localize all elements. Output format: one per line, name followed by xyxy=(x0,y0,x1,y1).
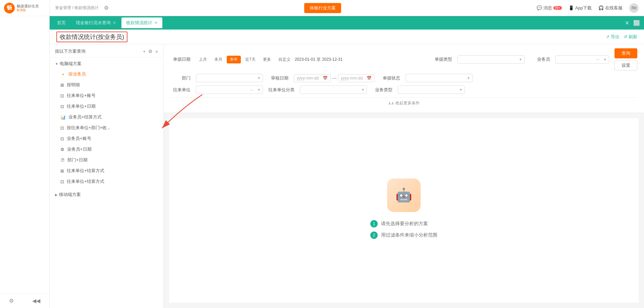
collapse-sidebar-btn[interactable]: ◀◀ xyxy=(30,296,43,305)
counterpart-class-control[interactable]: ▼ xyxy=(300,86,367,94)
service-icon: 🎧 xyxy=(598,5,604,10)
doc-type-label: 单据类型 xyxy=(432,56,452,62)
tab-collection[interactable]: 收款情况统计 ✕ xyxy=(121,17,162,28)
date-tab-7days[interactable]: 近7天 xyxy=(242,56,259,63)
scheme-item-salesperson[interactable]: 🔸 按业务员 xyxy=(50,69,163,80)
salesperson-select[interactable]: ··· ▼ xyxy=(555,55,609,64)
review-date-end[interactable]: yyyy-mm-dd 📅 xyxy=(338,74,375,82)
doc-type-control[interactable]: ▼ xyxy=(458,55,525,64)
refresh-btn[interactable]: ↺ 刷新 xyxy=(624,34,637,40)
sidebar: 畅 畅捷通好生意 标准版 ⚙ ◀◀ xyxy=(0,0,50,308)
scheme-item-salesperson-settle[interactable]: 📊 业务员+结算方式 xyxy=(50,112,163,122)
app-icon: 📱 xyxy=(569,5,574,10)
salesperson-settle-icon: 📊 xyxy=(60,115,66,120)
page-actions: ↗ 导出 ↺ 刷新 xyxy=(606,34,637,40)
trial-btn[interactable]: 体验行业方案 xyxy=(304,3,341,13)
topbar-gear-icon[interactable]: ⚙ xyxy=(104,5,109,11)
maximize-btn[interactable]: ⬜ xyxy=(632,18,641,28)
doc-status-select[interactable]: ▼ xyxy=(406,74,473,82)
mobile-group-arrow: ▶ xyxy=(55,193,58,197)
mobile-group-header[interactable]: ▶ 移动端方案 xyxy=(50,190,163,200)
date-range: 2023-01-01 至 2023-12-31 xyxy=(295,57,343,62)
scheme-item-unit-dept[interactable]: ⊡ 按往来单位+部门+收... xyxy=(50,122,163,133)
counterpart-select[interactable]: ··· ▼ xyxy=(196,86,263,94)
counterpart-class-arrow: ▼ xyxy=(361,88,365,92)
biz-type-label: 业务类型 xyxy=(372,87,392,93)
dept-select[interactable]: ▼ xyxy=(196,74,263,82)
tab-home[interactable]: 首页 xyxy=(52,17,70,28)
settings-btn[interactable]: 设置 xyxy=(614,60,637,70)
date-tab-more[interactable]: 更多 xyxy=(260,56,274,63)
tab-cashflow[interactable]: 现金银行流水查询 ✕ xyxy=(71,17,121,28)
counterpart-class-select[interactable]: ▼ xyxy=(300,86,367,94)
tab-home-label: 首页 xyxy=(57,20,66,26)
query-btn[interactable]: 查询 xyxy=(614,48,637,58)
content-wrapper: 按以下方案查询 + ⚙ « ▼ 电脑端方案 🔸 按业务员 ⊞ 按 xyxy=(50,44,644,308)
salesperson-control[interactable]: ··· ▼ xyxy=(555,55,609,64)
main-area: 资金管理 / 收款情况统计 ⚙ 体验行业方案 💬 消息 99+ 📱 App下载 … xyxy=(50,0,644,308)
scheme-item-salesperson-date[interactable]: ⚙ 业务员+日期 xyxy=(50,144,163,155)
online-service-btn[interactable]: 🎧 在线客服 xyxy=(598,5,623,11)
doc-status-label: 单据状态 xyxy=(380,75,400,81)
topbar: 资金管理 / 收款情况统计 ⚙ 体验行业方案 💬 消息 99+ 📱 App下载 … xyxy=(50,0,644,16)
topbar-right: 💬 消息 99+ 📱 App下载 🎧 在线客服 Rit xyxy=(537,3,639,13)
counterpart-control[interactable]: ··· ▼ xyxy=(196,86,263,94)
biz-type-select[interactable]: ▼ xyxy=(398,86,465,94)
active-scheme-icon: 🔸 xyxy=(60,72,66,77)
date-tab-thismonth[interactable]: 本月 xyxy=(211,56,225,63)
review-date-start[interactable]: yyyy-mm-dd 📅 xyxy=(294,74,331,82)
settings-footer-btn[interactable]: ⚙ xyxy=(6,296,16,305)
sp-account-icon: ⊡ xyxy=(60,136,64,141)
filter-row-1: 单据日期 上月 本月 本年 近7天 更多 自定义 2023-01-01 至 xyxy=(170,48,637,70)
doc-type-arrow: ▼ xyxy=(519,58,522,61)
scheme-item-unit-date[interactable]: ⊡ 往来单位+日期 xyxy=(50,101,163,112)
date-tabs: 上月 本月 本年 近7天 更多 自定义 2023-01-01 至 2023-12… xyxy=(196,56,342,63)
left-panel-header: 按以下方案查询 + ⚙ « xyxy=(50,44,163,57)
doc-status-control[interactable]: ▼ xyxy=(406,74,473,82)
scheme-item-dept-date[interactable]: ⏱ 部门+日期 xyxy=(50,155,163,165)
calendar-icon-1: 📅 xyxy=(323,76,328,81)
close-window-btn[interactable]: ✕ xyxy=(624,18,631,28)
unit-account-icon: ⊡ xyxy=(60,93,64,98)
scheme-item-unit-account[interactable]: ⊡ 往来单位+账号 xyxy=(50,90,163,101)
scheme-item-salesperson-account[interactable]: ⊡ 业务员+账号 xyxy=(50,133,163,144)
detail-icon: ⊞ xyxy=(60,83,64,88)
scheme-settings-btn[interactable]: ⚙ xyxy=(148,49,153,54)
sidebar-footer: ⚙ ◀◀ xyxy=(0,293,49,308)
message-btn[interactable]: 💬 消息 99+ xyxy=(537,5,562,11)
scheme-item-unit-settle1[interactable]: ⊞ 往来单位+结算方式 xyxy=(50,165,163,176)
review-date-group: yyyy-mm-dd 📅 — yyyy-mm-dd 📅 xyxy=(294,74,375,82)
biz-type-control[interactable]: ▼ xyxy=(398,86,465,94)
desktop-group-header[interactable]: ▼ 电脑端方案 xyxy=(50,59,163,69)
collapse-filter-btn[interactable]: ∧∧ 收起更多条件 xyxy=(170,97,637,109)
empty-step-2: 2 用过滤条件来缩小分析范围 xyxy=(370,232,437,239)
dept-date-icon: ⏱ xyxy=(60,158,65,163)
user-avatar[interactable]: Rit xyxy=(629,3,639,13)
export-btn[interactable]: ↗ 导出 xyxy=(606,34,620,40)
dept-control[interactable]: ▼ xyxy=(196,74,263,82)
tab-cashflow-close[interactable]: ✕ xyxy=(113,20,116,25)
date-tab-custom[interactable]: 自定义 xyxy=(275,56,293,63)
add-scheme-btn[interactable]: + xyxy=(143,49,146,54)
left-panel: 按以下方案查询 + ⚙ « ▼ 电脑端方案 🔸 按业务员 ⊞ 按 xyxy=(50,44,164,308)
date-label: 单据日期 xyxy=(170,56,191,62)
mobile-scheme-group: ▶ 移动端方案 xyxy=(50,188,163,201)
scheme-item-detail[interactable]: ⊞ 按明细 xyxy=(50,80,163,90)
scheme-item-unit-settle2[interactable]: ⊡ 往来单位+结算方式 xyxy=(50,176,163,187)
date-control: 上月 本月 本年 近7天 更多 自定义 2023-01-01 至 2023-12… xyxy=(196,56,427,63)
right-panel: 单据日期 上月 本月 本年 近7天 更多 自定义 2023-01-01 至 xyxy=(164,44,644,308)
collapse-panel-btn[interactable]: « xyxy=(155,49,158,54)
tabbar: 首页 现金银行流水查询 ✕ 收款情况统计 ✕ ✕ ⬜ xyxy=(50,16,644,30)
app-download-btn[interactable]: 📱 App下载 xyxy=(569,5,592,11)
date-tab-lastmonth[interactable]: 上月 xyxy=(196,56,210,63)
date-tab-thisyear[interactable]: 本年 xyxy=(227,56,241,63)
doc-type-select[interactable]: ▼ xyxy=(458,55,525,64)
salesperson-label: 业务员 xyxy=(530,56,550,62)
page-title: 收款情况统计(按业务员) xyxy=(56,32,127,42)
sp-date-icon: ⚙ xyxy=(60,147,64,152)
left-panel-title: 按以下方案查询 xyxy=(55,48,86,54)
filter-row-2: 部门 ▼ 审核日期 yyyy-mm-dd 📅 — xyxy=(170,74,637,82)
breadcrumb: 资金管理 / 收款情况统计 xyxy=(55,5,99,11)
filter-row-3: 往来单位 ··· ▼ 往来单位分类 ▼ xyxy=(170,86,637,94)
tab-collection-close[interactable]: ✕ xyxy=(154,20,158,25)
